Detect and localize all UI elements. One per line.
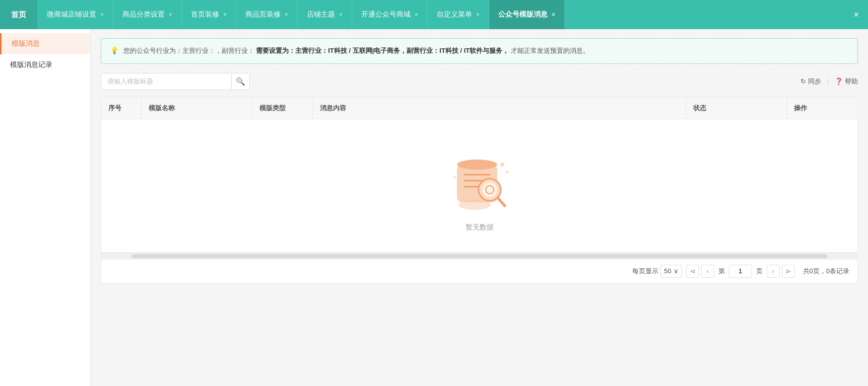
page-nav: ⊲ ‹ 第 页 › ⊳: [686, 265, 795, 278]
home-tab-label: 首页: [11, 10, 26, 20]
content-area: 💡 您的公众号行业为：主营行业：，副营行业： 需要设置为：主营行业：IT科技 /…: [91, 29, 868, 386]
nav-tab-home[interactable]: 首页: [0, 0, 38, 29]
tab-label: 开通公众号商城: [361, 10, 411, 19]
page-size-label: 每页显示: [632, 267, 658, 276]
next-page-button[interactable]: ›: [767, 265, 780, 278]
notice-box: 💡 您的公众号行业为：主营行业：，副营行业： 需要设置为：主营行业：IT科技 /…: [101, 38, 858, 64]
nav-tab-product-page[interactable]: 商品页装修 ×: [236, 0, 298, 29]
help-label: 帮助: [845, 77, 858, 86]
page-size-dropdown[interactable]: 50 ∨: [660, 265, 682, 278]
th-content: 消息内容: [313, 98, 686, 119]
notice-highlight: 需要设置为：主营行业：IT科技 / 互联网|电子商务，副营行业：IT科技 / I…: [256, 47, 509, 54]
tab-label: 微商城店铺设置: [47, 10, 96, 19]
bulb-icon: 💡: [110, 47, 118, 54]
col-label: 操作: [794, 104, 807, 112]
col-label: 模版类型: [259, 104, 286, 112]
close-icon[interactable]: ×: [100, 11, 104, 18]
divider: |: [827, 78, 829, 85]
table-header: 序号 模版名称 模版类型 消息内容 状态 操作: [101, 98, 857, 119]
close-icon[interactable]: ×: [285, 11, 288, 18]
page-unit: 页: [756, 267, 763, 276]
nav-tab-theme[interactable]: 店铺主题 ×: [298, 0, 352, 29]
close-all-button[interactable]: ×: [844, 0, 868, 29]
close-icon[interactable]: ×: [476, 11, 480, 18]
svg-point-7: [482, 182, 497, 197]
search-bar: 🔍 ↻ 同步 | ❓ 帮助: [101, 73, 858, 90]
col-label: 状态: [693, 104, 706, 112]
page-number-input[interactable]: [729, 265, 752, 278]
nav-tab-category[interactable]: 商品分类设置 ×: [113, 0, 182, 29]
page-size-select: 每页显示 50 ∨: [632, 265, 682, 278]
search-input[interactable]: [101, 73, 232, 90]
close-icon[interactable]: ×: [339, 11, 343, 18]
col-label: 消息内容: [320, 104, 346, 112]
help-icon: ❓: [835, 78, 843, 85]
th-name: 模版名称: [142, 98, 252, 119]
notice-suffix: 才能正常发送预置的消息。: [511, 47, 589, 54]
sync-label: 同步: [808, 77, 821, 86]
chevron-down-icon: ∨: [674, 267, 679, 275]
nav-tab-custom-menu[interactable]: 自定义菜单 ×: [428, 0, 489, 29]
page-size-value: 50: [664, 267, 671, 275]
sidebar-item-template-record[interactable]: 模版消息记录: [0, 54, 90, 75]
nav-tab-store-settings[interactable]: 微商城店铺设置 ×: [38, 0, 113, 29]
scrollbar-track[interactable]: [131, 254, 827, 258]
search-icon: 🔍: [236, 77, 245, 86]
page-total: 共0页，0条记录: [803, 267, 849, 276]
th-type: 模版类型: [252, 98, 313, 119]
svg-point-2: [457, 160, 497, 170]
first-page-button[interactable]: ⊲: [686, 265, 699, 278]
col-label: 模版名称: [149, 104, 175, 112]
tab-label: 公众号模版消息: [498, 10, 548, 19]
nav-tab-homepage[interactable]: 首页装修 ×: [182, 0, 236, 29]
svg-point-10: [500, 163, 504, 167]
svg-point-11: [506, 171, 509, 174]
pagination: 每页显示 50 ∨ ⊲ ‹ 第 页 › ⊳ 共0页，0条记录: [101, 259, 857, 283]
empty-text: 暂无数据: [465, 223, 494, 232]
close-icon[interactable]: ×: [552, 11, 555, 18]
sidebar-item-template-msg[interactable]: 模版消息: [0, 33, 90, 54]
close-icon[interactable]: ×: [223, 11, 227, 18]
tab-label: 商品分类设置: [122, 10, 165, 19]
page-label: 第: [718, 267, 725, 276]
tab-label: 自定义菜单: [437, 10, 472, 19]
help-button[interactable]: ❓ 帮助: [835, 77, 858, 86]
th-action: 操作: [787, 98, 857, 119]
tab-label: 首页装修: [191, 10, 219, 19]
empty-state: 暂无数据: [101, 119, 857, 252]
prev-page-button[interactable]: ‹: [701, 265, 714, 278]
top-nav: 首页 微商城店铺设置 × 商品分类设置 × 首页装修 × 商品页装修 × 店铺主…: [0, 0, 868, 29]
last-page-button[interactable]: ⊳: [782, 265, 795, 278]
table-wrapper: 序号 模版名称 模版类型 消息内容 状态 操作: [101, 97, 858, 283]
tab-label: 店铺主题: [307, 10, 335, 19]
scrollbar-area[interactable]: [101, 252, 857, 259]
nav-tab-template-msg[interactable]: 公众号模版消息 ×: [489, 0, 565, 29]
tab-label: 商品页装修: [245, 10, 281, 19]
nav-tab-open-mall[interactable]: 开通公众号商城 ×: [352, 0, 428, 29]
search-button[interactable]: 🔍: [232, 73, 250, 90]
th-status: 状态: [686, 98, 787, 119]
empty-illustration: [447, 149, 512, 215]
close-icon[interactable]: ×: [415, 11, 418, 18]
th-seq: 序号: [101, 98, 142, 119]
svg-point-12: [453, 176, 456, 179]
close-icon[interactable]: ×: [169, 11, 172, 18]
search-actions: ↻ 同步 | ❓ 帮助: [800, 77, 858, 86]
notice-prefix: 您的公众号行业为：主营行业：，副营行业：: [123, 47, 254, 54]
sidebar-item-label: 模版消息记录: [10, 60, 52, 68]
col-label: 序号: [108, 104, 121, 112]
svg-line-8: [498, 198, 505, 206]
sync-icon: ↻: [800, 78, 806, 85]
sidebar-item-label: 模版消息: [12, 39, 40, 47]
sidebar: 模版消息 模版消息记录: [0, 29, 91, 386]
sync-button[interactable]: ↻ 同步: [800, 77, 821, 86]
main-layout: 模版消息 模版消息记录 💡 您的公众号行业为：主营行业：，副营行业： 需要设置为…: [0, 29, 868, 386]
